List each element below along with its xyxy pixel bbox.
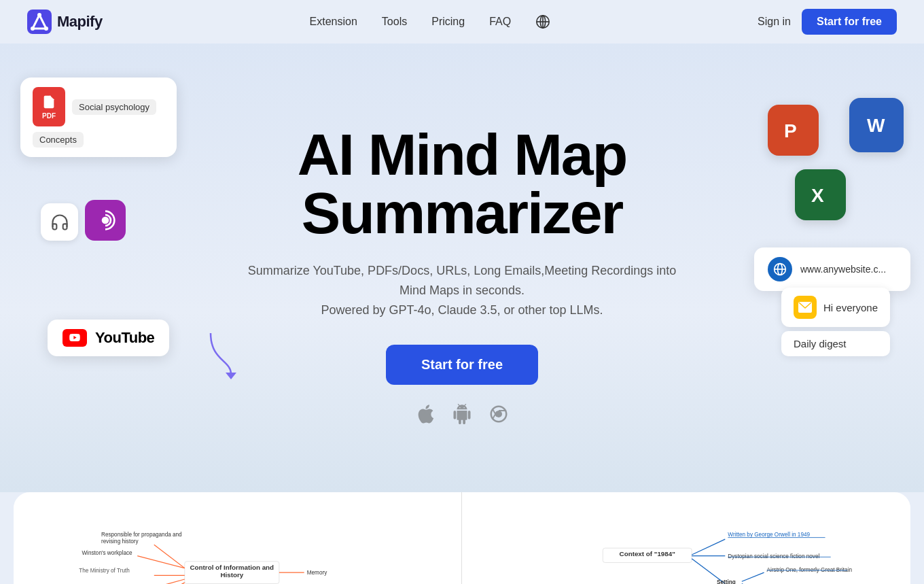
nav-pricing[interactable]: Pricing — [431, 16, 465, 28]
pdf-tag-social: Social psychology — [72, 99, 156, 115]
hero-content: AI Mind Map Summarizer Summarize YouTube… — [248, 125, 677, 424]
svg-line-39 — [692, 539, 725, 555]
mindmap-left-svg: Control of Information and History Respo… — [27, 506, 448, 584]
youtube-card: YouTube — [48, 320, 169, 356]
mindmap-preview: Control of Information and History Respo… — [14, 492, 910, 584]
svg-text:Memory: Memory — [307, 570, 327, 576]
nav-faq[interactable]: FAQ — [489, 16, 511, 28]
svg-text:The Ministry of Truth: The Ministry of Truth — [79, 568, 130, 574]
nav-extension[interactable]: Extension — [310, 16, 357, 28]
pdf-tag-concepts: Concepts — [33, 132, 84, 148]
youtube-logo-text: YouTube — [95, 329, 154, 347]
email-hi-text: Hi everyone — [823, 302, 878, 313]
nav-actions: Sign in Start for free — [758, 9, 897, 35]
podcast-icon — [85, 200, 126, 241]
email-card: Hi everyone Daily digest — [781, 288, 890, 356]
subtitle-line2: Mind Maps in seconds. — [399, 284, 525, 297]
logo-text: Mapify — [57, 13, 103, 31]
word-icon: W — [849, 98, 904, 152]
mindmap-preview-section: Control of Information and History Respo… — [14, 492, 910, 584]
svg-text:P: P — [784, 120, 797, 141]
audio-icon — [41, 203, 78, 241]
hero-section: PDF Social psychology Concepts — [0, 44, 924, 492]
svg-text:Context of "1984": Context of "1984" — [620, 550, 675, 557]
platform-icons — [248, 404, 677, 424]
svg-point-4 — [44, 27, 48, 31]
email-icon — [794, 296, 817, 319]
svg-text:revising history: revising history — [101, 538, 139, 545]
svg-text:Winston's workplace: Winston's workplace — [82, 550, 132, 556]
logo-icon — [27, 10, 52, 34]
svg-line-23 — [154, 545, 185, 568]
mindmap-right: Context of "1984" Written by George Orwe… — [462, 492, 910, 584]
ms-office-group: P W X — [754, 98, 904, 220]
svg-text:Dystopian social science ficti: Dystopian social science fiction novel — [728, 553, 819, 560]
svg-marker-11 — [226, 373, 236, 379]
youtube-play-icon — [63, 329, 87, 347]
excel-icon: X — [795, 169, 846, 220]
hero-title: AI Mind Map Summarizer — [248, 125, 677, 242]
powerpoint-icon: P — [768, 105, 819, 156]
nav-links: Extension Tools Pricing FAQ — [310, 14, 551, 29]
svg-line-30 — [137, 579, 185, 584]
svg-text:Setting: Setting — [717, 579, 736, 584]
svg-point-9 — [102, 217, 109, 224]
pdf-card: PDF Social psychology Concepts — [20, 78, 177, 157]
svg-line-26 — [137, 556, 185, 568]
nav-start-button[interactable]: Start for free — [802, 9, 897, 35]
svg-point-3 — [31, 27, 35, 31]
website-card: www.anywebsite.c... — [754, 247, 910, 291]
mindmap-right-svg: Context of "1984" Written by George Orwe… — [476, 506, 897, 584]
apple-icon — [415, 404, 436, 424]
chrome-icon — [488, 404, 509, 424]
pdf-icon: PDF — [33, 87, 65, 126]
hero-subtitle: Summarize YouTube, PDFs/Docs, URLs, Long… — [248, 261, 677, 320]
arrow-decoration — [204, 326, 245, 383]
email-header: Hi everyone — [781, 288, 890, 327]
podcast-float — [41, 200, 126, 241]
email-digest-text: Daily digest — [781, 331, 890, 356]
svg-text:Airstrip One, formerly Great B: Airstrip One, formerly Great Britain — [767, 567, 853, 573]
nav-tools[interactable]: Tools — [382, 16, 407, 28]
mindmap-left: Control of Information and History Respo… — [14, 492, 462, 584]
navbar: Mapify Extension Tools Pricing FAQ Sign … — [0, 0, 924, 44]
logo[interactable]: Mapify — [27, 10, 103, 34]
signin-button[interactable]: Sign in — [758, 16, 791, 28]
svg-text:W: W — [867, 115, 885, 136]
svg-text:X: X — [811, 185, 824, 206]
hero-title-line2: Summarizer — [302, 180, 622, 245]
svg-text:Control of Information and: Control of Information and — [190, 564, 274, 571]
svg-text:Responsible for propaganda and: Responsible for propaganda and — [101, 532, 182, 538]
office-icons: P W X — [754, 98, 904, 220]
svg-line-47 — [742, 572, 764, 581]
hero-cta-button[interactable]: Start for free — [386, 345, 538, 385]
website-url: www.anywebsite.c... — [800, 264, 886, 275]
svg-text:Written by George Orwell in 19: Written by George Orwell in 1949 — [728, 532, 810, 538]
globe-icon — [768, 257, 792, 281]
language-icon[interactable] — [535, 14, 550, 29]
android-icon — [452, 404, 472, 424]
subtitle-line3: Powered by GPT-4o, Claude 3.5, or other … — [321, 303, 603, 317]
svg-point-2 — [37, 13, 41, 17]
svg-text:History: History — [220, 571, 243, 579]
subtitle-line1: Summarize YouTube, PDFs/Docs, URLs, Long… — [248, 264, 677, 277]
hero-title-line1: AI Mind Map — [298, 122, 626, 187]
